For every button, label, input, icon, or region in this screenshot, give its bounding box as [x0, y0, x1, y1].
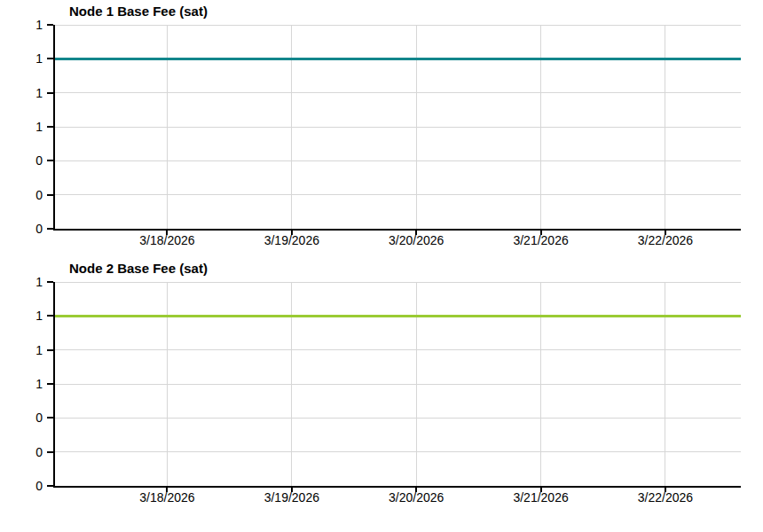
y-axis-tick: [47, 281, 53, 283]
y-gridline: [55, 92, 741, 93]
plot-area-node1: [53, 25, 741, 231]
x-gridline: [540, 282, 541, 486]
y-tick-label: 1: [0, 18, 43, 32]
y-axis-tick: [47, 160, 53, 161]
x-gridline: [167, 282, 168, 486]
y-axis-tick: [47, 228, 53, 230]
x-gridline: [416, 282, 417, 486]
chart-report-page: Node 1 Base Fee (sat) 11110003/18/20263/…: [0, 0, 763, 532]
y-tick-label: 0: [0, 445, 43, 459]
y-tick-label: 1: [0, 309, 43, 323]
y-axis-tick: [47, 451, 53, 453]
x-tick-label: 3/19/2026: [252, 490, 332, 505]
x-tick-label: 3/22/2026: [625, 490, 705, 505]
x-tick-label: 3/18/2026: [127, 490, 207, 505]
y-tick-label: 1: [0, 377, 43, 391]
y-gridline: [55, 194, 741, 195]
x-gridline: [291, 25, 292, 229]
x-gridline: [540, 25, 541, 229]
y-axis-tick: [47, 92, 53, 94]
y-tick-label: 1: [0, 275, 43, 289]
y-gridline: [55, 25, 741, 26]
chart-title-node2: Node 2 Base Fee (sat): [69, 261, 208, 277]
y-axis-tick: [47, 349, 53, 351]
x-tick-label: 3/21/2026: [501, 490, 581, 505]
y-axis-tick: [47, 126, 53, 128]
x-tick-label: 3/21/2026: [501, 233, 581, 247]
y-gridline: [55, 384, 741, 385]
y-tick-label: 0: [0, 153, 43, 168]
y-axis-tick: [47, 485, 53, 487]
x-tick-label: 3/20/2026: [376, 490, 456, 505]
series-line: [55, 315, 741, 317]
y-axis-tick: [47, 58, 53, 59]
y-axis-tick: [47, 383, 53, 385]
y-tick-label: 0: [0, 479, 43, 493]
y-gridline: [55, 160, 741, 161]
y-tick-label: 1: [0, 86, 43, 100]
y-axis-tick: [47, 315, 53, 317]
y-axis-tick: [47, 194, 53, 196]
x-gridline: [416, 25, 417, 229]
chart-node2-base-fee: Node 2 Base Fee (sat) 11110003/18/20263/…: [0, 257, 763, 514]
y-tick-label: 0: [0, 222, 43, 236]
x-gridline: [665, 282, 665, 486]
y-tick-label: 0: [0, 411, 43, 425]
x-tick-label: 3/20/2026: [376, 233, 456, 247]
x-gridline: [665, 25, 665, 229]
x-tick-label: 3/18/2026: [127, 233, 207, 247]
x-tick-label: 3/22/2026: [625, 233, 705, 247]
y-gridline: [55, 418, 741, 419]
y-tick-label: 1: [0, 343, 43, 357]
chart-node1-base-fee: Node 1 Base Fee (sat) 11110003/18/20263/…: [0, 0, 763, 257]
x-tick-label: 3/19/2026: [252, 233, 332, 247]
y-gridline: [55, 451, 741, 452]
y-axis-tick: [47, 417, 53, 419]
y-gridline: [55, 127, 741, 128]
y-tick-label: 0: [0, 188, 43, 202]
x-gridline: [291, 282, 292, 486]
chart-title-node1: Node 1 Base Fee (sat): [69, 4, 208, 20]
y-gridline: [55, 349, 741, 350]
y-gridline: [55, 282, 741, 283]
series-line: [55, 58, 741, 60]
x-gridline: [167, 25, 168, 229]
y-tick-label: 1: [0, 120, 43, 134]
y-tick-label: 1: [0, 51, 43, 66]
plot-area-node2: [53, 282, 741, 488]
y-axis-tick: [47, 24, 53, 26]
